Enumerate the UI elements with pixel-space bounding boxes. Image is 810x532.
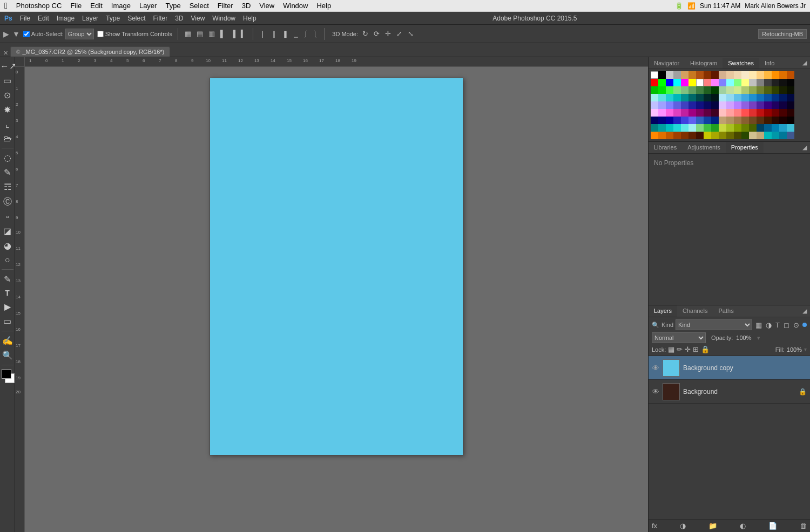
- swatch[interactable]: [741, 124, 749, 132]
- swatch[interactable]: [764, 101, 772, 109]
- swatch[interactable]: [741, 132, 749, 139]
- swatch[interactable]: [666, 124, 673, 132]
- swatch[interactable]: [787, 71, 794, 79]
- swatch[interactable]: [757, 86, 764, 94]
- swatch[interactable]: [681, 86, 688, 94]
- swatch[interactable]: [704, 101, 711, 109]
- swatch[interactable]: [673, 101, 681, 109]
- lock-image-icon[interactable]: ✏: [677, 345, 683, 353]
- ps-menu-file[interactable]: File: [20, 15, 30, 22]
- swatch[interactable]: [719, 124, 726, 132]
- swatch[interactable]: [749, 109, 757, 117]
- swatch[interactable]: [757, 79, 764, 86]
- swatch[interactable]: [658, 86, 666, 94]
- ps-menu-window[interactable]: Window: [212, 15, 235, 22]
- swatch[interactable]: [658, 79, 666, 86]
- swatch[interactable]: [704, 117, 711, 124]
- swatch[interactable]: [749, 86, 757, 94]
- lock-position-icon[interactable]: ✛: [685, 345, 691, 353]
- show-transform-checkbox[interactable]: [97, 31, 104, 37]
- distribute-tops-icon[interactable]: ❘: [259, 30, 267, 38]
- ps-menu-layer[interactable]: Layer: [82, 15, 98, 22]
- quick-select-tool[interactable]: ✸: [1, 103, 15, 117]
- swatch[interactable]: [673, 79, 681, 86]
- swatch[interactable]: [651, 101, 658, 109]
- tab-properties[interactable]: Properties: [726, 142, 764, 153]
- swatch[interactable]: [696, 86, 704, 94]
- mac-menu-file[interactable]: File: [70, 2, 82, 10]
- tab-paths[interactable]: Paths: [713, 305, 739, 317]
- swatch[interactable]: [787, 79, 794, 86]
- layers-expand-icon[interactable]: ◢: [799, 305, 810, 317]
- swatch[interactable]: [741, 101, 749, 109]
- swatch[interactable]: [741, 71, 749, 79]
- swatch[interactable]: [779, 124, 787, 132]
- tab-close-button[interactable]: ✕: [3, 50, 8, 57]
- swatch[interactable]: [688, 124, 696, 132]
- mac-menu-3d[interactable]: 3D: [242, 2, 251, 10]
- swatch[interactable]: [779, 117, 787, 124]
- swatch[interactable]: [779, 71, 787, 79]
- eyedropper-tool[interactable]: 🗁: [1, 132, 15, 145]
- swatch[interactable]: [764, 117, 772, 124]
- foreground-color[interactable]: [2, 369, 11, 379]
- swatch[interactable]: [696, 79, 704, 86]
- add-mask-icon[interactable]: ◑: [680, 522, 686, 530]
- swatch[interactable]: [772, 124, 779, 132]
- swatch[interactable]: [711, 71, 719, 79]
- swatch[interactable]: [704, 124, 711, 132]
- new-group-icon[interactable]: 📁: [708, 522, 717, 530]
- blend-mode-select[interactable]: Normal Multiply Screen Overlay: [652, 332, 706, 343]
- swatch[interactable]: [704, 94, 711, 101]
- swatch[interactable]: [764, 71, 772, 79]
- swatch[interactable]: [711, 101, 719, 109]
- swatch[interactable]: [779, 86, 787, 94]
- autoselect-checkbox[interactable]: [23, 31, 30, 37]
- add-layer-style-icon[interactable]: fx: [652, 522, 657, 530]
- hand-tool[interactable]: ✍: [1, 334, 15, 347]
- swatch[interactable]: [704, 71, 711, 79]
- ps-menu-type[interactable]: Type: [106, 15, 120, 22]
- tab-libraries[interactable]: Libraries: [649, 142, 682, 153]
- swatch[interactable]: [772, 86, 779, 94]
- swatch[interactable]: [734, 86, 741, 94]
- swatch[interactable]: [734, 71, 741, 79]
- align-horizontal-centers-icon[interactable]: ▐: [230, 30, 237, 38]
- swatch[interactable]: [673, 71, 681, 79]
- lock-artboard-icon[interactable]: ⊞: [693, 345, 699, 353]
- swatch[interactable]: [726, 117, 734, 124]
- marquee-tool[interactable]: ▭: [1, 74, 15, 87]
- align-left-edges-icon[interactable]: ▌: [219, 30, 226, 38]
- ps-menu-select[interactable]: Select: [127, 15, 145, 22]
- document-tab[interactable]: © _MG_0357.CR2 @ 25% (Background copy, R…: [10, 46, 170, 57]
- align-vertical-centers-icon[interactable]: ▤: [195, 30, 204, 38]
- swatch[interactable]: [673, 117, 681, 124]
- swatch[interactable]: [688, 71, 696, 79]
- swatch[interactable]: [666, 71, 673, 79]
- swatch[interactable]: [749, 71, 757, 79]
- swatch[interactable]: [711, 94, 719, 101]
- swatch[interactable]: [704, 132, 711, 139]
- swatch[interactable]: [711, 109, 719, 117]
- healing-tool[interactable]: ◌: [1, 151, 15, 165]
- distribute-horizontal-icon[interactable]: ⎰: [302, 30, 309, 38]
- ps-menu-image[interactable]: Image: [57, 15, 75, 22]
- swatch[interactable]: [726, 101, 734, 109]
- swatch[interactable]: [787, 117, 794, 124]
- align-top-edges-icon[interactable]: ▦: [184, 30, 192, 38]
- distribute-left-icon[interactable]: ⎯: [293, 30, 299, 38]
- swatch[interactable]: [726, 109, 734, 117]
- swatch[interactable]: [681, 117, 688, 124]
- swatch[interactable]: [779, 109, 787, 117]
- swatch[interactable]: [658, 71, 666, 79]
- lock-all-icon[interactable]: 🔒: [701, 345, 710, 353]
- swatch[interactable]: [681, 109, 688, 117]
- zoom-tool[interactable]: 🔍: [1, 349, 15, 362]
- swatch[interactable]: [681, 79, 688, 86]
- swatch[interactable]: [726, 86, 734, 94]
- tab-histogram[interactable]: Histogram: [685, 58, 723, 69]
- distribute-vertical-icon[interactable]: ❙: [270, 30, 278, 38]
- tab-layers[interactable]: Layers: [649, 305, 677, 317]
- swatch[interactable]: [688, 109, 696, 117]
- swatch[interactable]: [658, 117, 666, 124]
